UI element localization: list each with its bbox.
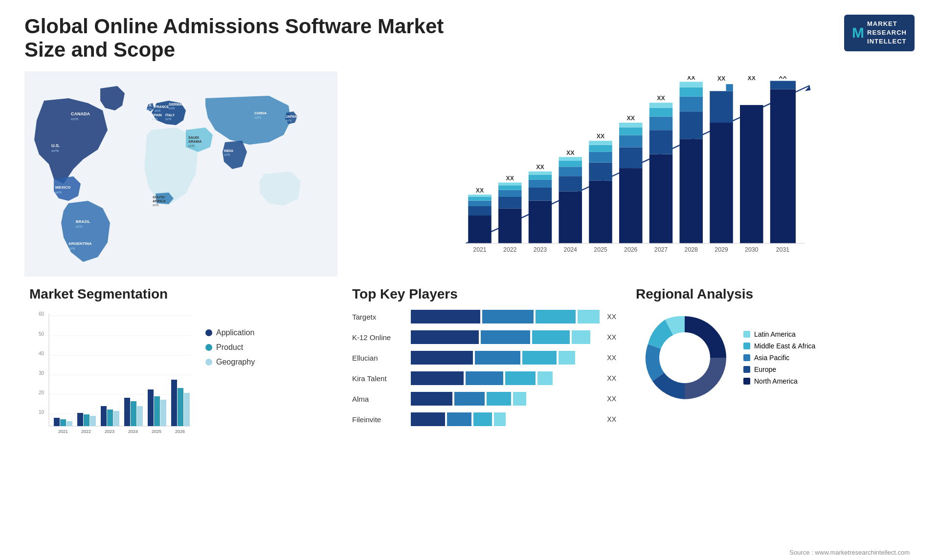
svg-rect-55 xyxy=(559,161,582,167)
svg-rect-122 xyxy=(84,414,89,426)
svg-rect-58 xyxy=(589,181,612,243)
svg-text:xx%: xx% xyxy=(68,247,75,250)
svg-rect-125 xyxy=(101,406,107,426)
legend-dot-product xyxy=(205,344,212,351)
players-section: Top Key Players Targetx XX xyxy=(342,281,626,492)
bar-chart-section: XX XX XX XX xyxy=(342,71,915,277)
svg-rect-60 xyxy=(589,152,612,163)
svg-text:2029: 2029 xyxy=(715,246,728,253)
svg-text:2023: 2023 xyxy=(105,429,114,434)
svg-text:2024: 2024 xyxy=(128,429,138,434)
seg-chart-area: 60 50 40 30 20 10 xyxy=(29,309,333,446)
svg-rect-77 xyxy=(680,111,703,139)
svg-rect-135 xyxy=(160,400,166,426)
svg-point-141 xyxy=(659,332,710,383)
svg-text:2026: 2026 xyxy=(624,246,638,253)
svg-rect-68 xyxy=(619,123,643,128)
svg-rect-35 xyxy=(468,206,492,215)
svg-rect-73 xyxy=(649,108,673,117)
canada-label: CANADA xyxy=(71,111,90,116)
svg-rect-38 xyxy=(468,194,492,197)
svg-text:2021: 2021 xyxy=(58,429,68,434)
svg-text:SAUDI: SAUDI xyxy=(188,136,199,139)
svg-text:2021: 2021 xyxy=(473,246,487,253)
legend-north-america: North America xyxy=(743,377,815,385)
svg-text:10: 10 xyxy=(39,409,45,415)
source-text: Source : www.marketresearchintellect.com xyxy=(789,549,910,556)
svg-rect-72 xyxy=(649,117,673,130)
svg-text:XX: XX xyxy=(597,133,605,140)
legend-latin-america: Latin America xyxy=(743,330,815,338)
player-name-fileinvite: Fileinvite xyxy=(352,415,406,424)
svg-rect-126 xyxy=(107,409,113,426)
svg-text:XX: XX xyxy=(779,76,787,80)
svg-text:50: 50 xyxy=(39,331,45,337)
legend-label-application: Application xyxy=(216,328,254,337)
svg-rect-56 xyxy=(559,157,582,161)
svg-text:xx%: xx% xyxy=(71,117,78,121)
svg-text:20: 20 xyxy=(39,390,45,395)
svg-rect-48 xyxy=(529,180,552,188)
page-title: Global Online Admissions Software Market… xyxy=(24,15,465,62)
svg-text:xx%: xx% xyxy=(146,108,152,111)
svg-text:XX: XX xyxy=(536,164,544,171)
svg-text:2030: 2030 xyxy=(745,246,759,253)
svg-text:JAPAN: JAPAN xyxy=(286,115,297,118)
svg-rect-53 xyxy=(559,176,582,191)
logo-letter: M xyxy=(852,22,864,43)
legend-europe-label: Europe xyxy=(754,366,776,373)
legend-na-label: North America xyxy=(754,377,798,385)
player-name-targetx: Targetx xyxy=(352,313,406,321)
page-wrapper: Global Online Admissions Software Market… xyxy=(0,0,939,560)
svg-text:XX: XX xyxy=(717,76,726,82)
svg-text:XX: XX xyxy=(506,175,514,182)
player-bar-kira xyxy=(411,370,600,386)
svg-text:XX: XX xyxy=(566,150,575,156)
player-bar-k12 xyxy=(411,329,600,345)
svg-rect-36 xyxy=(468,201,492,206)
svg-text:ITALY: ITALY xyxy=(165,113,175,117)
svg-text:XX: XX xyxy=(748,76,756,82)
svg-rect-130 xyxy=(131,401,136,426)
header: Global Online Admissions Software Market… xyxy=(24,15,915,62)
svg-text:xx%: xx% xyxy=(188,144,195,148)
world-map-svg: CANADA xx% U.S. xx% MEXICO xx% BRAZIL xx… xyxy=(24,71,337,277)
svg-rect-82 xyxy=(710,123,733,243)
svg-rect-70 xyxy=(649,154,673,243)
svg-rect-88 xyxy=(770,89,796,243)
svg-text:2027: 2027 xyxy=(654,246,668,253)
svg-rect-86 xyxy=(740,105,763,243)
svg-text:xx%: xx% xyxy=(224,153,230,156)
svg-rect-42 xyxy=(498,190,522,197)
player-val-k12: XX xyxy=(607,333,616,341)
svg-rect-65 xyxy=(619,147,643,168)
svg-text:xx%: xx% xyxy=(51,149,59,153)
svg-text:xx%: xx% xyxy=(165,117,172,121)
player-row-alma: Alma XX xyxy=(352,391,616,407)
player-row-targetx: Targetx XX xyxy=(352,309,616,324)
svg-text:SOUTH: SOUTH xyxy=(153,195,165,199)
svg-rect-121 xyxy=(77,413,83,426)
svg-rect-37 xyxy=(468,197,492,201)
svg-rect-133 xyxy=(148,389,154,426)
legend-item-geography: Geography xyxy=(205,358,255,366)
svg-text:XX: XX xyxy=(476,187,484,194)
svg-text:XX: XX xyxy=(687,76,695,81)
svg-text:MEXICO: MEXICO xyxy=(55,185,71,190)
svg-rect-80 xyxy=(680,82,703,87)
svg-rect-117 xyxy=(54,418,60,426)
segmentation-title: Market Segmentation xyxy=(29,286,333,302)
svg-text:GERMANY: GERMANY xyxy=(169,103,186,106)
svg-rect-44 xyxy=(498,183,522,186)
svg-rect-138 xyxy=(178,388,183,426)
seg-legend: Application Product Geography xyxy=(205,309,255,366)
segmentation-chart: 60 50 40 30 20 10 xyxy=(29,309,196,446)
main-grid: CANADA xx% U.S. xx% MEXICO xx% BRAZIL xx… xyxy=(24,71,915,492)
svg-rect-119 xyxy=(67,421,72,426)
svg-rect-40 xyxy=(498,209,522,243)
svg-rect-84 xyxy=(726,84,733,91)
svg-rect-59 xyxy=(589,163,612,181)
right-bottom: Top Key Players Targetx XX xyxy=(342,281,915,492)
player-row-kira: Kira Talent XX xyxy=(352,370,616,386)
svg-rect-71 xyxy=(649,130,673,154)
